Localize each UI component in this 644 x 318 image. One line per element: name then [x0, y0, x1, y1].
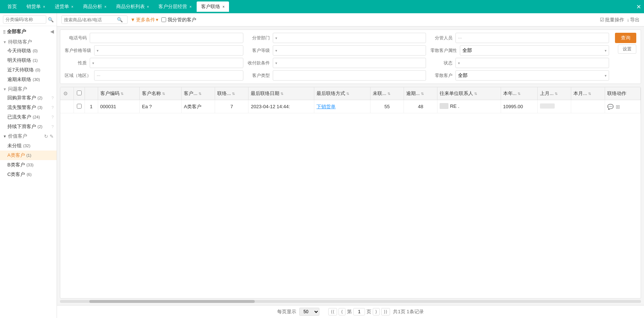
per-page-select[interactable]: 50 100 200 [299, 308, 319, 316]
tab-home[interactable]: 首页 [3, 1, 21, 12]
sidebar-item-7days-contact[interactable]: 近7天待联络 (0) [0, 65, 57, 75]
tab-purchase[interactable]: 进货单 × [50, 1, 78, 12]
table-gear-icon[interactable]: ⚙ [62, 90, 69, 97]
tab-analysis[interactable]: 商品分析 × [79, 1, 111, 12]
tab-analysis-list-close[interactable]: × [147, 5, 149, 9]
value-section-header[interactable]: ▼ 价值客户 ↻ ✎ [0, 131, 57, 141]
th-last-date[interactable]: 最后联络日期 ⇅ [248, 87, 314, 100]
sidebar-collapse-button[interactable]: ◀ [50, 29, 54, 34]
export-button[interactable]: ↓ 导出 [627, 17, 640, 23]
th-this-year-sort-icon: ⇅ [518, 92, 520, 96]
overdue-contact-label: 逾期未联络 [7, 76, 31, 83]
tab-customer-contact[interactable]: 客户联络 × [197, 1, 229, 12]
tab-analysis-list[interactable]: 商品分析列表 × [112, 1, 154, 12]
filter-input-dept[interactable]: ▾ [273, 33, 426, 43]
select-all-checkbox[interactable] [77, 91, 82, 95]
edit-icon[interactable]: ✎ [50, 134, 54, 139]
help-icon-0[interactable]: ? [51, 96, 54, 100]
tab-customer-seg[interactable]: 客户分层经营 × [154, 1, 196, 12]
th-level[interactable]: 客户... ⇅ [182, 87, 215, 100]
th-no-contact[interactable]: 未联... ⇅ [370, 87, 404, 100]
my-customers-checkbox-label[interactable]: 我分管的客户 [161, 17, 196, 23]
sidebar-item-declining[interactable]: 持续下滑客户 (2) ? [0, 122, 57, 131]
page-number-input[interactable] [353, 308, 365, 315]
filter-item-retail-attr: 零散客户属性 全部 ▾ [430, 45, 609, 56]
unclassified-badge: (32) [23, 144, 31, 148]
th-overdue[interactable]: 逾期... ⇅ [404, 87, 437, 100]
query-button[interactable]: 查询 [615, 33, 636, 43]
th-unit-contact[interactable]: 往来单位联系人 ⇅ [437, 87, 501, 100]
tab-analysis-close[interactable]: × [104, 5, 107, 9]
sidebar-search-input[interactable] [3, 15, 46, 24]
filter-input-person[interactable]: ··· [455, 33, 609, 43]
th-last-month[interactable]: 上月... ⇅ [538, 87, 571, 100]
sidebar-item-a-class[interactable]: A类客户 (1) [0, 151, 57, 160]
th-this-month[interactable]: 本月... ⇅ [571, 87, 605, 100]
sidebar-item-loss-warning[interactable]: 流失预警客户 (3) ? [0, 103, 57, 112]
sidebar-item-b-class[interactable]: B类客户 (33) [0, 160, 57, 170]
sidebar-item-lost[interactable]: 已流失客户 (24) ? [0, 112, 57, 122]
sidebar-item-unclassified[interactable]: 未分组 (32) [0, 141, 57, 151]
filter-input-cust-type[interactable] [273, 70, 426, 81]
th-contact-label: 联络... [217, 90, 231, 97]
filter-input-payment[interactable]: ▾ [273, 58, 426, 68]
next-page-button[interactable]: ⟩ [373, 308, 380, 315]
th-name-sort-icon: ⇅ [162, 92, 165, 96]
th-code[interactable]: 客户编码 ⇅ [98, 87, 140, 100]
filter-item-retail-cust: 零散客户 全部 ▾ [430, 70, 609, 81]
search-input[interactable] [64, 17, 115, 22]
th-last-method[interactable]: 最后联络方式 ⇅ [314, 87, 371, 100]
filter-panel: 电话号码 分管部门 ▾ 分管人员 ··· [60, 29, 641, 84]
prev-page-button[interactable]: ⟨ [339, 308, 346, 315]
problem-section-header[interactable]: ▼ 问题客户 [0, 84, 57, 93]
toolbar: 🔍 ▼ 更多条件 ▾ 我分管的客户 ☑ 批量操作 ↓ 导出 [57, 13, 644, 26]
th-last-method-sort-icon: ⇅ [346, 92, 349, 96]
th-name[interactable]: 客户名称 ⇅ [140, 87, 182, 100]
tab-customer-contact-close[interactable]: × [222, 5, 225, 9]
last-page-button[interactable]: ⟩⟩ [381, 308, 390, 315]
filter-input-price-level[interactable]: ▾ [94, 45, 243, 56]
td-last-method[interactable]: 下销货单 [314, 100, 371, 113]
th-contact[interactable]: 联络... ⇅ [215, 87, 248, 100]
batch-ops-button[interactable]: ☑ 批量操作 [600, 17, 624, 23]
search-icon[interactable]: 🔍 [117, 17, 123, 22]
th-this-year[interactable]: 本年... ⇅ [501, 87, 538, 100]
message-action-icon[interactable]: 💬 [607, 104, 613, 110]
tab-sales[interactable]: 销货单 × [22, 1, 50, 12]
tab-purchase-close[interactable]: × [71, 5, 74, 9]
sidebar-item-abnormal-repurchase[interactable]: 回购异常客户 (2) ? [0, 93, 57, 103]
filter-input-region[interactable]: ··· [94, 70, 243, 81]
sidebar-item-overdue-contact[interactable]: 逾期未联络 (30) [0, 75, 57, 84]
pending-section-header[interactable]: ▼ 待联络客户 [0, 37, 57, 46]
row-checkbox[interactable] [77, 104, 82, 109]
my-customers-checkbox[interactable] [161, 17, 166, 22]
tab-customer-seg-close[interactable]: × [189, 5, 192, 9]
filter-input-retail-attr[interactable]: 全部 ▾ [460, 45, 609, 56]
sidebar-search-icon[interactable]: 🔍 [48, 17, 54, 22]
sidebar-item-today-contact[interactable]: 今天待联络 (0) [0, 46, 57, 56]
more-filter-button[interactable]: ▼ 更多条件 ▾ [130, 17, 158, 23]
scroll-thumb[interactable] [89, 300, 255, 303]
filter-caret-icon: ▾ [156, 17, 158, 22]
settings-button[interactable]: 设置 [618, 45, 636, 54]
row-last-month [540, 103, 555, 109]
filter-input-phone[interactable] [90, 33, 243, 43]
filter-item-price-level: 客户价格等级 ▾ [65, 45, 243, 56]
help-icon-1[interactable]: ? [51, 105, 54, 110]
filter-input-retail-cust[interactable]: 全部 ▾ [455, 70, 609, 81]
filter-input-status[interactable]: ▾ [455, 58, 609, 68]
tab-sales-close[interactable]: × [43, 5, 45, 9]
filter-input-cust-level[interactable]: ▾ [273, 45, 426, 56]
all-customers-header[interactable]: ⣿ 全部客户 ◀ [0, 26, 57, 37]
sidebar-item-c-class[interactable]: C类客户 (6) [0, 170, 57, 179]
help-icon-2[interactable]: ? [51, 115, 54, 119]
th-no-contact-sort-icon: ⇅ [387, 92, 390, 96]
filter-input-nature[interactable]: ▾ [90, 58, 243, 68]
help-icon-3[interactable]: ? [51, 124, 54, 129]
horizontal-scrollbar[interactable] [57, 298, 644, 305]
sidebar-item-tomorrow-contact[interactable]: 明天待联络 (1) [0, 56, 57, 65]
first-page-button[interactable]: ⟨⟨ [328, 308, 337, 315]
share-action-icon[interactable]: ⊞ [616, 104, 620, 110]
refresh-icon[interactable]: ↻ [44, 134, 48, 139]
close-all-button[interactable]: ✕ [636, 3, 641, 10]
